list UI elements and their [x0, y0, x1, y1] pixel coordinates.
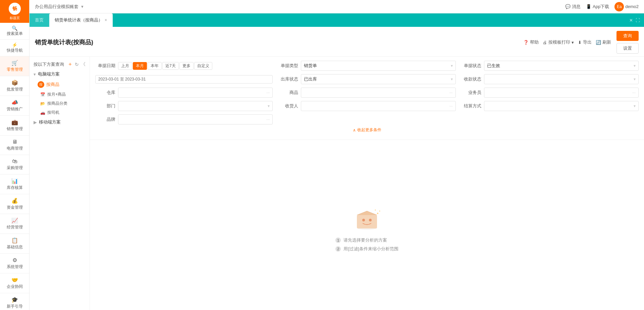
tab-active[interactable]: 销货单统计表（按商品） ×	[49, 13, 113, 27]
print-icon: 🖨	[543, 40, 547, 45]
tab-bar: 首页 销货单统计表（按商品） × ✕ ⛶	[30, 13, 644, 27]
date-btn-7days[interactable]: 近7天	[162, 62, 179, 70]
salesperson-input[interactable]: ···	[484, 88, 639, 98]
date-label: 单据日期	[95, 63, 118, 69]
svg-point-6	[377, 213, 378, 214]
print-dropdown-icon[interactable]: ▾	[572, 40, 574, 45]
goods-input[interactable]: ···	[301, 88, 455, 98]
tab-home[interactable]: 首页	[30, 13, 49, 27]
tip-1-num: 1	[335, 238, 341, 243]
filter-settlement: 结算方式 ▾	[461, 101, 639, 111]
refresh-scheme-icon[interactable]: ↻	[75, 62, 79, 67]
receipt-status-input[interactable]: ▾	[484, 74, 639, 84]
sidebar-item-newbie[interactable]: 🎓 新手引导	[0, 293, 29, 310]
dropdown-icon[interactable]: ▾	[81, 4, 84, 9]
sidebar-item-ecommerce[interactable]: 🖥 电商管理	[0, 136, 29, 155]
date-btn-current-month[interactable]: 本月	[133, 62, 147, 70]
out-status-input[interactable]: 已出库 ▾	[301, 74, 455, 84]
sidebar-item-operation[interactable]: 📈 经营管理	[0, 214, 29, 234]
scheme-group-label: 电脑端方案	[38, 71, 60, 77]
warehouse-label: 仓库	[95, 90, 118, 96]
filter-receipt-status: 收款状态 ▾	[461, 74, 639, 84]
sidebar-item-sales[interactable]: 💼 销售管理	[0, 116, 29, 136]
warehouse-dots: ···	[266, 90, 270, 95]
svg-point-5	[369, 219, 372, 221]
scheme-group-pc[interactable]: ▾ 电脑端方案	[30, 69, 90, 79]
sidebar-item-marketing[interactable]: 📣 营销推广	[0, 96, 29, 116]
collapse-filters-btn[interactable]: ∧ 收起更多条件	[95, 124, 639, 136]
active-tab-label: 销货单统计表（按商品）	[55, 17, 103, 23]
dept-input[interactable]: ▾	[118, 101, 273, 111]
date-btn-last-month[interactable]: 上月	[118, 62, 132, 70]
doc-type-chevron: ▾	[451, 63, 453, 68]
sidebar-item-inventory[interactable]: 📊 库存核算	[0, 174, 29, 194]
receipt-status-label: 收款状态	[461, 76, 484, 82]
empty-tip-1: 1 请先选择要分析的方案	[335, 237, 398, 243]
date-range-value[interactable]: 2023-03-01 至 2023-03-31	[95, 75, 273, 84]
sub-category-icon: 📂	[40, 101, 45, 106]
sidebar-item-retail[interactable]: 🛒 零售管理	[0, 56, 29, 76]
content-main: 按以下方案查询 ＋ ↻ 《 ▾ 电脑端方案 按 按商品	[30, 57, 644, 310]
date-btn-year[interactable]: 本年	[148, 62, 162, 70]
date-btn-custom[interactable]: 自定义	[194, 62, 212, 70]
refresh-btn[interactable]: 🔄 刷新	[596, 39, 611, 45]
doc-status-input[interactable]: 已生效 ▾	[484, 61, 639, 71]
sidebar-item-wholesale[interactable]: 📦 批发管理	[0, 76, 29, 96]
scheme-item-goods[interactable]: 按 按商品	[30, 79, 90, 90]
scheme-group-mobile-label: 移动端方案	[39, 119, 61, 125]
action-buttons: 查询 设置	[616, 31, 639, 54]
quick-nav-item[interactable]: ⚡ 快捷导航	[0, 40, 29, 56]
date-btn-more[interactable]: 更多	[179, 62, 194, 70]
sidebar-item-basic[interactable]: 📋 基础信息	[0, 234, 29, 254]
warehouse-input[interactable]: ···	[118, 88, 273, 98]
close-window-icon[interactable]: ✕	[629, 18, 633, 23]
add-scheme-icon[interactable]: ＋	[67, 61, 73, 68]
empty-tips: 1 请先选择要分析的方案 2 用[过滤]条件来缩小分析范围	[335, 237, 398, 252]
filter-date: 单据日期 上月 本月 本年 近7天 更多 自定义	[95, 62, 273, 70]
header-left: 办公用品行业模拟账套 ▾	[35, 4, 84, 10]
search-menu-item[interactable]: 🔍 搜索菜单	[0, 23, 29, 40]
scheme-panel: 按以下方案查询 ＋ ↻ 《 ▾ 电脑端方案 按 按商品	[30, 57, 90, 310]
brand-input[interactable]: ···	[118, 114, 273, 124]
export-btn[interactable]: ⬇ 导出	[578, 39, 592, 45]
scheme-item-driver[interactable]: 🚗 按司机	[30, 108, 90, 117]
brand-label: 品牌	[95, 116, 118, 122]
user-menu[interactable]: Ea demo2	[614, 2, 639, 11]
scheme-group-mobile[interactable]: ▶ 移动端方案	[30, 117, 90, 127]
sidebar-item-system[interactable]: ⚙ 系统管理	[0, 254, 29, 273]
out-status-value: 已出库	[304, 76, 317, 82]
sidebar-item-purchase[interactable]: 🛍 采购管理	[0, 155, 29, 174]
doc-type-input[interactable]: 销货单 ▾	[301, 61, 455, 71]
home-tab-label: 首页	[35, 17, 44, 23]
print-btn[interactable]: 🖨 按模板打印 ▾	[543, 39, 574, 45]
scheme-panel-title: 按以下方案查询	[34, 61, 64, 67]
message-btn[interactable]: 💬 消息	[565, 4, 581, 10]
settlement-input[interactable]: ▾	[484, 101, 639, 111]
sidebar-item-enterprise[interactable]: 🤝 企业协同	[0, 273, 29, 293]
sidebar-item-finance[interactable]: 💰 资金管理	[0, 194, 29, 214]
receiver-input[interactable]: ···	[301, 101, 455, 111]
doc-status-value: 已生效	[487, 63, 500, 69]
filter-doc-type: 单据类型 销货单 ▾	[278, 61, 455, 71]
query-button[interactable]: 查询	[616, 31, 639, 41]
brand-dots: ···	[266, 117, 270, 122]
scheme-item-goods-category[interactable]: 📂 按商品分类	[30, 99, 90, 108]
receiver-label: 收货人	[278, 103, 301, 109]
filter-brand: 品牌 ···	[95, 114, 273, 124]
filter-doc-status: 单据状态 已生效 ▾	[461, 61, 639, 71]
scheme-item-month-goods[interactable]: 📅 按月+商品	[30, 90, 90, 99]
tab-close-btn[interactable]: ×	[105, 18, 107, 22]
refresh-icon: 🔄	[596, 40, 601, 45]
basic-icon: 📋	[11, 237, 18, 244]
app-subtitle: 标题页	[10, 16, 20, 20]
logo-area: 畅 标题页	[0, 0, 29, 23]
app-download-btn[interactable]: 📱 App下载	[586, 4, 609, 10]
filter-warehouse: 仓库 ···	[95, 88, 273, 98]
help-btn[interactable]: ❓ 帮助	[523, 39, 539, 45]
settings-button[interactable]: 设置	[616, 43, 639, 54]
maximize-icon[interactable]: ⛶	[636, 18, 640, 23]
filter-salesperson: 业务员 ···	[461, 88, 639, 98]
scheme-panel-actions: ＋ ↻ 《	[67, 61, 86, 68]
top-header: 办公用品行业模拟账套 ▾ 💬 消息 📱 App下载 Ea demo2	[30, 0, 644, 13]
collapse-scheme-icon[interactable]: 《	[81, 61, 86, 67]
